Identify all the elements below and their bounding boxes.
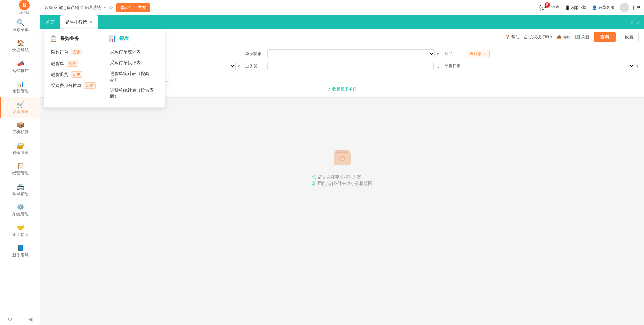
date2-filter: 单据日期 ▾ (444, 62, 639, 70)
system-name[interactable]: 装备及固定资产辅助管理系统 (44, 5, 101, 11)
sidebar-label-nav: 快捷导航 (12, 47, 29, 53)
rank-dropdown-icon[interactable]: ▾ (238, 64, 240, 69)
sidebar-item-operations[interactable]: 📋 经营管理 (0, 159, 40, 179)
user-label: 用户 (631, 5, 640, 11)
system-dropdown-icon[interactable]: ▾ (104, 5, 106, 10)
dropdown-item-report-receipt-goods[interactable]: 进货单统计表（按商品） (109, 68, 159, 85)
inventory-icon: 📦 (17, 121, 24, 129)
guide-icon: 📘 (17, 244, 24, 252)
help-label: 帮助 (511, 34, 520, 40)
empty-illustration (325, 144, 359, 170)
empty-tips: ① 请先选择要分析的方案 ② 用[过滤]条件来缩小分析范围 (312, 174, 372, 187)
sidebar-label-basic: 基础信息 (12, 191, 29, 197)
collapse-button[interactable]: ∧ 收起更多条件 (328, 86, 357, 92)
history-tag-return[interactable]: 历史 (71, 71, 82, 78)
dropdown-item-report-order-exec[interactable]: 采购订单执行表 (109, 57, 159, 68)
sidebar-label-purchase: 采购管理 (12, 109, 29, 115)
dropdown-item-expense[interactable]: 采购费用分摊单 历史 (49, 80, 100, 91)
window-expand-icon[interactable]: ⤢ (636, 20, 640, 25)
tab-sales-rank-label: 销售排行榜 (65, 19, 87, 25)
history-tag-purchase-order[interactable]: 历史 (71, 49, 82, 55)
print-dropdown-icon[interactable]: ▾ (550, 35, 552, 39)
sidebar-settings-icon[interactable]: ⚙ (8, 316, 12, 322)
window-close-icon[interactable]: ✕ (630, 20, 634, 25)
logo-icon: 6 (19, 0, 30, 10)
sidebar-item-finance[interactable]: 🔐 资金管理 (0, 138, 40, 159)
service-icon: 👤 (592, 5, 597, 10)
customer-more-dots[interactable]: ... (171, 75, 175, 80)
tab-bar: 首页 销售排行榜 ✕ ✕ ⤢ (40, 15, 644, 29)
svg-rect-1 (335, 150, 349, 153)
refresh-action[interactable]: 🔄 刷新 (575, 34, 589, 40)
history-tag-receipt[interactable]: 历史 (67, 60, 78, 67)
report-order-exec-label: 采购订单执行表 (110, 60, 141, 66)
report-header-label: 报表 (119, 36, 129, 42)
salesperson-input[interactable] (267, 62, 434, 70)
dropdown-item-report-receipt-supplier[interactable]: 进货单统计表（按供应商） (109, 85, 159, 102)
sidebar-label-enterprise: 企业协同 (12, 232, 29, 238)
sidebar-item-nav[interactable]: 🏠 快捷导航 (0, 36, 40, 56)
dropdown-item-purchase-order[interactable]: 采购订单 历史 (49, 47, 100, 58)
user-area[interactable]: 用户 (620, 3, 640, 12)
tab-home[interactable]: 首页 (40, 15, 60, 29)
collapse-up-icon: ∧ (328, 87, 331, 92)
sidebar-item-search[interactable]: 🔍 搜索菜单 (0, 15, 40, 36)
export-action[interactable]: 📤 导出 (557, 34, 571, 40)
status-select[interactable] (267, 49, 435, 58)
goods-filter: 商品 设计素 ✕ ... (444, 50, 639, 58)
sidebar-item-inventory[interactable]: 📦 库存核算 (0, 118, 40, 138)
basic-icon: 📇 (17, 183, 24, 190)
settings-button[interactable]: 设置 (620, 32, 639, 42)
print-label: 按模板打印 (529, 34, 549, 40)
online-service-action[interactable]: 👤 在线客服 (592, 5, 614, 10)
sidebar-collapse-icon[interactable]: ◀ (28, 316, 32, 322)
dropdown-item-receipt[interactable]: 进货单 历史 (49, 58, 100, 69)
goods-tag: 设计素 ✕ (467, 50, 490, 58)
purchase-header-label: 采购业务 (60, 36, 79, 42)
operations-icon: 📋 (17, 162, 24, 170)
refresh-label: 刷新 (581, 34, 589, 40)
print-action[interactable]: 🖨 按模板打印 ▾ (524, 34, 552, 40)
date2-label: 单据日期 (444, 63, 465, 69)
app-download-action[interactable]: 📱 App下载 (565, 5, 586, 10)
logo-char: 6 (23, 2, 26, 9)
sidebar-label-inventory: 库存核算 (12, 129, 29, 135)
sidebar-item-purchase[interactable]: 🛒 采购管理 (0, 97, 40, 118)
date2-dropdown-icon[interactable]: ▾ (636, 64, 639, 69)
sidebar-item-system[interactable]: ⚙️ 系统管理 (0, 200, 40, 220)
dropdown-item-label-receipt: 进货单 (51, 60, 64, 67)
salesperson-more-dots[interactable]: ... (436, 64, 439, 69)
query-button[interactable]: 查询 (594, 32, 616, 42)
sidebar-item-guide[interactable]: 📘 新手引导 (0, 241, 40, 261)
export-icon: 📤 (557, 35, 562, 39)
messages-action[interactable]: 💬 5 消息 (539, 4, 560, 11)
purchase-icon: 🛒 (17, 101, 24, 108)
report-col: 📊 报表 采购订单统计表 采购订单执行表 进货单统计表（按商品） 进货单统计表（… (103, 35, 159, 102)
dropdown-item-report-order-stat[interactable]: 采购订单统计表 (109, 47, 159, 57)
status-label: 单据状态 (245, 51, 265, 57)
goods-label: 商品 (444, 51, 465, 57)
tab-sales-rank[interactable]: 销售排行榜 ✕ (60, 15, 98, 29)
dropdown-item-label-expense: 采购费用分摊单 (51, 83, 81, 89)
history-tag-expense[interactable]: 历史 (84, 82, 96, 89)
sidebar-bottom: ⚙ ◀ (0, 313, 40, 325)
app-download-label: App下载 (571, 5, 586, 10)
sidebar-item-enterprise[interactable]: 🤝 企业协同 (0, 220, 40, 241)
tab-close-icon[interactable]: ✕ (89, 20, 93, 25)
goods-tag-remove[interactable]: ✕ (483, 51, 487, 56)
sidebar-item-marketing[interactable]: 📣 营销推广 (0, 56, 40, 77)
sidebar-item-sales[interactable]: 📊 销售管理 (0, 77, 40, 97)
sidebar-item-basic[interactable]: 📇 基础信息 (0, 179, 40, 200)
dropdown-item-return[interactable]: 进货退货 历史 (49, 69, 100, 80)
help-action[interactable]: ❓ 帮助 (505, 34, 520, 40)
system-settings-icon[interactable]: ⚙ (109, 4, 113, 11)
finance-icon: 🔐 (17, 142, 24, 149)
sidebar-label-sales: 销售管理 (12, 88, 29, 94)
goods-more-dots[interactable]: ... (492, 51, 495, 56)
status-dots[interactable]: ▾ (437, 51, 439, 56)
header-right: 💬 5 消息 📱 App下载 👤 在线客服 用户 (539, 3, 640, 12)
date2-select[interactable] (467, 62, 634, 70)
messages-badge: 5 (545, 2, 550, 8)
industry-button[interactable]: 体验行业方案 (116, 3, 150, 12)
purchase-col-header: 📋 采购业务 (49, 35, 100, 43)
